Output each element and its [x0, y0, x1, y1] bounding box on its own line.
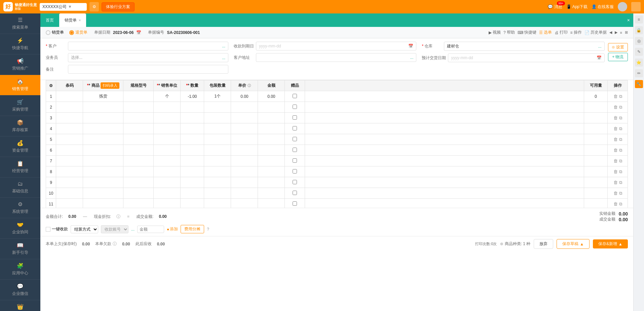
- row-barcode[interactable]: [56, 199, 83, 208]
- row-amount[interactable]: [258, 166, 285, 177]
- row-price[interactable]: [231, 188, 258, 199]
- row-pkgqty[interactable]: 1个: [204, 91, 231, 102]
- staff-input[interactable]: 选择... ...: [68, 53, 228, 62]
- row-qty[interactable]: [181, 113, 204, 123]
- row-qty[interactable]: [181, 145, 204, 156]
- expected-date-input[interactable]: yyyy-mm-dd 📅: [448, 53, 604, 62]
- row-amount[interactable]: [258, 188, 285, 199]
- row-barcode[interactable]: [56, 156, 83, 166]
- gift-checkbox[interactable]: [293, 94, 297, 98]
- gift-checkbox[interactable]: [293, 126, 297, 130]
- row-spec[interactable]: [123, 156, 154, 166]
- sidebar-item-inventory[interactable]: 📦 库存核算: [0, 116, 40, 137]
- operate-link[interactable]: ≡ 操作: [570, 30, 582, 35]
- row-pkgqty[interactable]: [204, 166, 231, 177]
- discount-help-icon[interactable]: ⓘ: [116, 214, 120, 220]
- select-link[interactable]: ☰ 选单: [539, 30, 552, 35]
- row-spec[interactable]: [123, 145, 154, 156]
- settings-icon[interactable]: ⚙: [89, 2, 99, 11]
- help-link[interactable]: ? 帮助: [503, 30, 515, 35]
- row-gift[interactable]: [285, 199, 305, 208]
- note-input[interactable]: [68, 65, 228, 74]
- row-pkgqty[interactable]: [204, 199, 231, 208]
- row-qty[interactable]: [181, 188, 204, 199]
- settlement-method-select[interactable]: 结算方式: [71, 225, 98, 233]
- copy-row-icon[interactable]: ⧉: [619, 126, 622, 131]
- sidebar-item-system[interactable]: ⚙ 系统管理: [0, 198, 40, 218]
- row-price[interactable]: [231, 145, 258, 156]
- sidebar-item-member[interactable]: 👑 畅会员: [0, 300, 40, 311]
- sidebar-item-wechat[interactable]: 💬 企业微信: [0, 280, 40, 300]
- grid-view-icon[interactable]: ⊞: [625, 30, 628, 35]
- sidebar-item-operations[interactable]: 📋 经营管理: [0, 157, 40, 178]
- user-avatar[interactable]: [618, 2, 627, 11]
- row-price[interactable]: [231, 102, 258, 113]
- row-amount[interactable]: [258, 134, 285, 145]
- row-price[interactable]: [231, 156, 258, 166]
- account-number-select[interactable]: 收款账号: [101, 225, 128, 233]
- delete-row-icon[interactable]: 🗑: [613, 158, 618, 163]
- logistics-button[interactable]: + 物流: [608, 53, 628, 61]
- row-product[interactable]: [83, 145, 123, 156]
- one-click-pay-checkbox[interactable]: 一键收款: [46, 226, 68, 232]
- row-barcode[interactable]: [56, 145, 83, 156]
- row-gift[interactable]: [285, 188, 305, 199]
- row-price[interactable]: [231, 123, 258, 134]
- th-settings[interactable]: ⚙: [46, 80, 56, 91]
- row-pkgqty[interactable]: [204, 102, 231, 113]
- delete-row-icon[interactable]: 🗑: [613, 180, 618, 185]
- row-product[interactable]: [83, 166, 123, 177]
- copy-row-icon[interactable]: ⧉: [619, 148, 622, 153]
- row-unit[interactable]: [154, 177, 181, 188]
- row-barcode[interactable]: [56, 102, 83, 113]
- copy-row-icon[interactable]: ⧉: [619, 105, 622, 110]
- online-service-link[interactable]: 👤 在线客服: [592, 4, 614, 10]
- row-qty[interactable]: -1.00: [181, 91, 204, 102]
- row-pkgqty[interactable]: [204, 188, 231, 199]
- row-spec[interactable]: [123, 113, 154, 123]
- row-qty[interactable]: [181, 166, 204, 177]
- row-gift[interactable]: [285, 145, 305, 156]
- row-qty[interactable]: [181, 102, 204, 113]
- row-spec[interactable]: [123, 199, 154, 208]
- row-amount[interactable]: [258, 123, 285, 134]
- save-draft-button[interactable]: 保存草稿 ▲: [557, 239, 590, 249]
- row-product[interactable]: [83, 123, 123, 134]
- row-amount[interactable]: [258, 145, 285, 156]
- delete-row-icon[interactable]: 🗑: [613, 94, 618, 99]
- row-spec[interactable]: [123, 188, 154, 199]
- row-qty[interactable]: [181, 134, 204, 145]
- row-unit[interactable]: [154, 166, 181, 177]
- row-gift[interactable]: [285, 123, 305, 134]
- copy-row-icon[interactable]: ⧉: [619, 180, 622, 185]
- row-amount[interactable]: [258, 177, 285, 188]
- row-unit[interactable]: [154, 156, 181, 166]
- history-link[interactable]: 📄 历史单据: [584, 30, 607, 35]
- gift-checkbox[interactable]: [293, 201, 297, 206]
- row-amount[interactable]: [258, 199, 285, 208]
- expense-help-icon[interactable]: ?: [207, 227, 209, 232]
- row-spec[interactable]: [123, 91, 154, 102]
- row-pkgqty[interactable]: [204, 134, 231, 145]
- row-spec[interactable]: [123, 123, 154, 134]
- row-product[interactable]: [83, 134, 123, 145]
- row-price[interactable]: [231, 199, 258, 208]
- add-payment-button[interactable]: ● 添加: [167, 226, 178, 232]
- settings-button[interactable]: ⊙ 设置: [608, 43, 628, 51]
- row-amount[interactable]: [258, 156, 285, 166]
- copy-row-icon[interactable]: ⧉: [619, 201, 622, 207]
- row-price[interactable]: [231, 177, 258, 188]
- shortcut-link[interactable]: ⌨ 快捷键: [518, 30, 536, 35]
- rp-edit-icon[interactable]: ✎: [635, 48, 643, 56]
- expense-split-button[interactable]: 费用分摊: [181, 225, 204, 233]
- row-barcode[interactable]: [56, 177, 83, 188]
- row-price[interactable]: [231, 113, 258, 123]
- gift-checkbox[interactable]: [293, 137, 297, 141]
- address-input[interactable]: ...: [256, 53, 416, 62]
- gift-checkbox[interactable]: [293, 158, 297, 163]
- row-qty[interactable]: [181, 199, 204, 208]
- row-remark[interactable]: [305, 91, 584, 102]
- sidebar-item-finance[interactable]: 💰 资金管理: [0, 137, 40, 157]
- next-record-icon[interactable]: ▶: [615, 30, 617, 35]
- sidebar-item-search[interactable]: ☰ 搜索菜单: [0, 13, 40, 34]
